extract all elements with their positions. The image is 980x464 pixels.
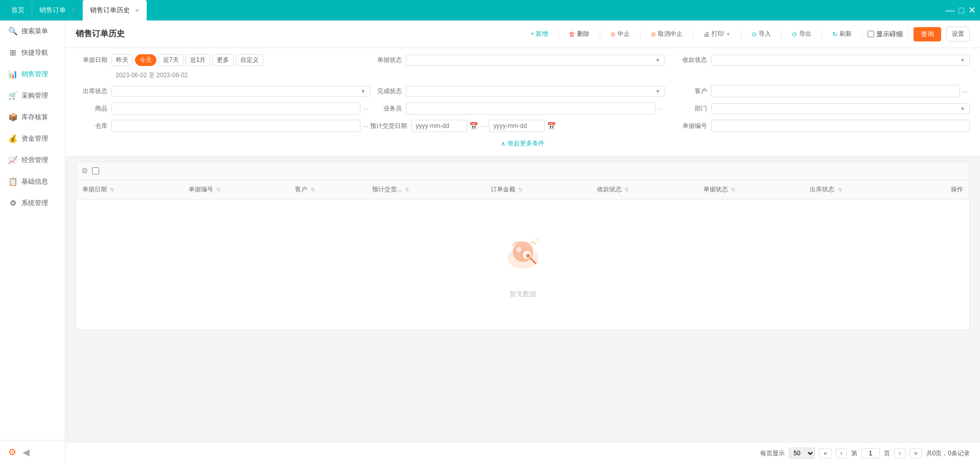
cal-start-icon[interactable]: 📅 [469, 122, 478, 130]
empty-illustration [497, 230, 549, 281]
first-page-btn[interactable]: « [819, 448, 832, 458]
top-bar: 首页 销售订单 ✕ 销售订单历史 ✕ — □ ✕ [0, 0, 980, 20]
warehouse-input[interactable] [111, 120, 360, 132]
search-icon: 🔍 [8, 27, 17, 36]
table-header-row: 单据日期 ⇅ 单据编号 ⇅ 客户 ⇅ [76, 180, 969, 200]
th-receipt-status[interactable]: 收款状态 ⇅ [591, 180, 697, 200]
select-all-checkbox[interactable] [92, 167, 99, 174]
inventory-icon: 📦 [8, 113, 17, 122]
delivery-date-filter: 预计交货日期 📅 — 📅 [370, 120, 665, 132]
tab-sales-order-close[interactable]: ✕ [71, 8, 75, 13]
sidebar-item-search[interactable]: 🔍 搜索菜单 [0, 20, 65, 42]
delivery-status-select[interactable]: ▼ [111, 86, 370, 97]
add-btn[interactable]: + 新增 [526, 27, 553, 41]
query-btn[interactable]: 查询 [914, 27, 941, 41]
header-actions: + 新增 🗑 删除 ⊘ 中止 ⊘ 取消中止 🖨 [526, 27, 970, 41]
tab-sales-order-history[interactable]: 销售订单历史 ✕ [83, 0, 147, 20]
tab-home[interactable]: 首页 [4, 0, 32, 20]
filter-area: 单据日期 昨天 今天 近7天 近1月 更多 自定义 单据状态 [65, 48, 980, 157]
refresh-btn[interactable]: ↻ 刷新 [827, 27, 857, 41]
page-size-dropdown[interactable]: 50 100 200 [789, 448, 815, 459]
date-range-text: 2023-06-02 至 2023-06-02 [116, 72, 188, 79]
th-delivery-status[interactable]: 出库状态 ⇅ [804, 180, 910, 200]
sidebar-sys-mgmt-label: 系统管理 [21, 198, 48, 208]
sidebar-item-sys-mgmt[interactable]: ⚙ 系统管理 [0, 192, 65, 214]
bill-status-select[interactable]: ▼ [406, 55, 665, 65]
collapse-btn[interactable]: ∧ 收起更多条件 [76, 137, 970, 150]
delivery-status-label: 出库状态 [76, 87, 111, 96]
th-customer[interactable]: 客户 ⇅ [289, 180, 366, 200]
sort-bill-status: ⇅ [731, 187, 735, 192]
th-delivery-date[interactable]: 预计交货... ⇅ [366, 180, 485, 200]
receipt-status-select[interactable]: ▼ [711, 55, 970, 65]
customer-filter: 客户 ··· [665, 85, 970, 97]
goods-more-dots[interactable]: ··· [360, 105, 370, 113]
sidebar-item-quick-nav[interactable]: ⊞ 快捷导航 [0, 42, 65, 63]
salesperson-more-dots[interactable]: ··· [655, 105, 665, 113]
dept-select[interactable]: ▼ [711, 103, 970, 114]
dept-arrow: ▼ [960, 106, 965, 112]
tab-sales-order[interactable]: 销售订单 ✕ [32, 0, 83, 20]
date-btn-more[interactable]: 更多 [212, 54, 234, 66]
th-bill-date[interactable]: 单据日期 ⇅ [76, 180, 183, 200]
operations-icon: 📈 [8, 156, 17, 165]
sidebar-footer-collapse-icon[interactable]: ◀ [22, 447, 30, 458]
minimize-btn[interactable]: — [945, 5, 954, 16]
sidebar-item-base-info[interactable]: 📋 基础信息 [0, 171, 65, 192]
sidebar-item-finance[interactable]: 💰 资金管理 [0, 128, 65, 149]
filter-row-4: 仓库 ··· 预计交货日期 📅 — 📅 单据编号 [76, 120, 970, 132]
finance-icon: 💰 [8, 134, 17, 143]
collapse-arrow: ∧ [501, 140, 506, 147]
sidebar-item-inventory[interactable]: 📦 库存核算 [0, 106, 65, 128]
th-order-amount[interactable]: 订单金额 ⇅ [485, 180, 591, 200]
bill-status-filter: 单据状态 ▼ [370, 55, 665, 65]
export-btn[interactable]: ⊙ 导出 [787, 27, 816, 41]
close-window-btn[interactable]: ✕ [968, 5, 976, 16]
date-range-display: 2023-06-02 至 2023-06-02 [76, 71, 970, 80]
bill-number-input[interactable] [711, 120, 970, 132]
warehouse-more-dots[interactable]: ··· [360, 122, 370, 130]
refresh-icon: ↻ [832, 31, 837, 38]
cancel-stop-btn[interactable]: ⊘ 取消中止 [646, 27, 688, 41]
last-page-btn[interactable]: » [909, 448, 922, 458]
current-page-input[interactable] [861, 448, 880, 458]
import-btn[interactable]: ⊙ 导入 [746, 27, 776, 41]
delivery-date-end[interactable] [489, 120, 545, 132]
date-btn-custom[interactable]: 自定义 [236, 54, 263, 66]
column-settings-icon[interactable]: ⚙ [81, 166, 88, 175]
display-cols-toggle[interactable]: 显示碍细 [868, 30, 903, 39]
stop-btn[interactable]: ⊘ 中止 [605, 27, 635, 41]
sidebar: 🔍 搜索菜单 ⊞ 快捷导航 📊 销售管理 🛒 采购管理 📦 库存核算 💰 资金管… [0, 20, 65, 464]
date-btn-yesterday[interactable]: 昨天 [111, 54, 133, 66]
cancel-stop-icon: ⊘ [651, 31, 656, 38]
sidebar-footer-settings-icon[interactable]: ⚙ [8, 447, 16, 458]
delivery-date-start[interactable] [411, 120, 467, 132]
print-btn[interactable]: 🖨 打印 ▼ [698, 27, 736, 41]
th-bill-status[interactable]: 单据状态 ⇅ [697, 180, 804, 200]
maximize-btn[interactable]: □ [959, 5, 964, 16]
sidebar-item-sales-mgmt[interactable]: 📊 销售管理 [0, 63, 65, 85]
date-btn-7days[interactable]: 近7天 [158, 54, 184, 66]
cal-end-icon[interactable]: 📅 [547, 122, 556, 130]
sidebar-item-operations[interactable]: 📈 经营管理 [0, 149, 65, 171]
goods-input[interactable] [111, 102, 360, 115]
receipt-status-filter: 收款状态 ▼ [665, 55, 970, 65]
settings-btn[interactable]: 设置 [946, 27, 970, 41]
delivery-status-filter: 出库状态 ▼ [76, 86, 370, 97]
date-btn-1month[interactable]: 近1月 [186, 54, 211, 66]
sidebar-item-purchase-mgmt[interactable]: 🛒 采购管理 [0, 85, 65, 106]
display-cols-checkbox[interactable] [868, 31, 874, 37]
tab-sales-order-history-close[interactable]: ✕ [135, 8, 139, 13]
prev-page-btn[interactable]: ‹ [836, 448, 847, 458]
dept-filter: 部门 ▼ [665, 103, 970, 114]
next-page-btn[interactable]: › [894, 448, 905, 458]
customer-input[interactable] [711, 85, 960, 97]
th-bill-number[interactable]: 单据编号 ⇅ [183, 180, 289, 200]
completion-status-select[interactable]: ▼ [406, 86, 665, 97]
salesperson-input[interactable] [406, 102, 655, 115]
customer-more-dots[interactable]: ··· [960, 87, 970, 95]
delete-btn[interactable]: 🗑 删除 [564, 27, 595, 41]
receipt-status-arrow: ▼ [960, 57, 965, 63]
date-btn-today[interactable]: 今天 [135, 54, 156, 66]
total-info: 共0页，0条记录 [926, 449, 970, 458]
